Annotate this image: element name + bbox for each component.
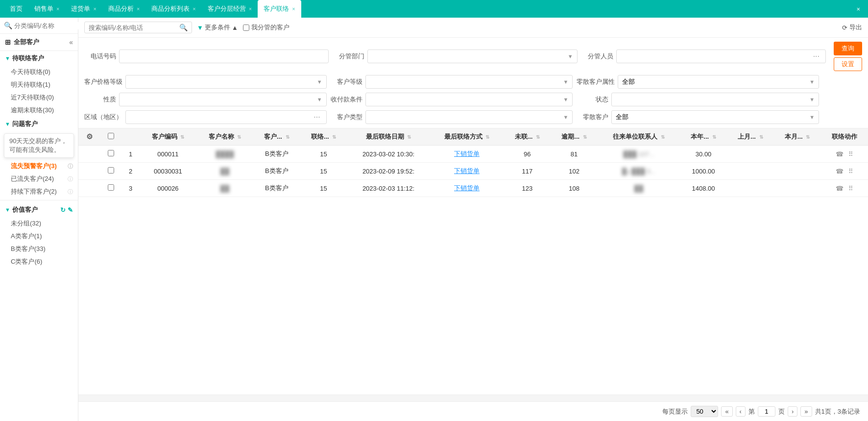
- col-last-month[interactable]: 上月... ⇅: [727, 128, 774, 146]
- my-customers-checkbox-label[interactable]: 我分管的客户: [243, 23, 289, 32]
- nature-select[interactable]: ▼: [119, 93, 327, 106]
- search-submit-icon[interactable]: 🔍: [179, 24, 188, 31]
- row-index: 2: [121, 163, 139, 180]
- col-unit-contact-sort: ⇅: [661, 134, 665, 140]
- group-pending-contact[interactable]: ▼ 待联络客户: [0, 51, 78, 66]
- manager-dots[interactable]: ···: [811, 52, 821, 61]
- last-contact-way-link[interactable]: 下销货单: [454, 167, 480, 174]
- region-dots[interactable]: ···: [312, 113, 322, 122]
- my-customers-checkbox[interactable]: [243, 25, 249, 31]
- row-last-contact-way[interactable]: 下销货单: [430, 146, 504, 163]
- dept-select[interactable]: ▼: [367, 50, 577, 63]
- filter-retail-attr: 零散客户属性 全部 ▼: [577, 75, 819, 89]
- sidebar-item-7days[interactable]: 近7天待联络(0): [0, 91, 78, 104]
- settings-button[interactable]: 设置: [834, 57, 862, 71]
- col-name[interactable]: 客户名称 ⇅: [196, 128, 253, 146]
- row-unit-contact: █y ███ 3...: [598, 163, 680, 180]
- first-page-button[interactable]: «: [721, 406, 732, 417]
- region-select[interactable]: ···: [125, 110, 327, 124]
- payment-select[interactable]: ▼: [365, 93, 573, 106]
- action-contact-icon[interactable]: ☎: [836, 185, 844, 192]
- action-more-icon[interactable]: ⠿: [848, 150, 853, 158]
- row-last-contact-way[interactable]: 下销货单: [430, 180, 504, 197]
- action-more-icon[interactable]: ⠿: [848, 168, 853, 175]
- row-checkbox[interactable]: [108, 167, 114, 173]
- col-code[interactable]: 客户编码 ⇅: [140, 128, 196, 146]
- sidebar-item-ungrouped[interactable]: 未分组(32): [0, 217, 78, 230]
- search-input[interactable]: [89, 24, 179, 31]
- group-problem-customers[interactable]: ▼ 问题客户: [0, 117, 78, 131]
- col-contact[interactable]: 联络... ⇅: [300, 128, 347, 146]
- col-this-year[interactable]: 本年... ⇅: [680, 128, 727, 146]
- tab-purchase[interactable]: 进货单 ×: [65, 0, 102, 18]
- sidebar-item-declining[interactable]: 持续下滑客户(2) ⓘ: [0, 185, 78, 198]
- edit-icon[interactable]: ✎: [68, 206, 73, 214]
- tab-analysis-close[interactable]: ×: [137, 6, 140, 12]
- sidebar-item-overdue[interactable]: 逾期未联络(30): [0, 104, 78, 117]
- horizontal-scrollbar[interactable]: [78, 395, 868, 401]
- tab-analysis-list[interactable]: 商品分析列表 ×: [145, 0, 201, 18]
- tab-analysis-list-close[interactable]: ×: [193, 6, 195, 12]
- tab-customer-segment[interactable]: 客户分层经营 ×: [202, 0, 258, 18]
- customer-type-select[interactable]: ▼: [365, 110, 573, 124]
- grid-icon: ⊞: [5, 38, 11, 46]
- col-overdue[interactable]: 逾期... ⇅: [551, 128, 598, 146]
- prev-page-button[interactable]: ‹: [736, 406, 746, 417]
- last-page-button[interactable]: »: [800, 406, 812, 417]
- table-row: 3 000026 ██ B类客户 15 2023-02-03 11:12: 下销…: [78, 180, 868, 197]
- tab-customer-contact-close[interactable]: ×: [292, 6, 295, 12]
- sidebar-item-churn-warning[interactable]: 流失预警客户(3) ⓘ: [0, 160, 78, 173]
- price-level-select[interactable]: ▼: [125, 75, 327, 89]
- next-page-button[interactable]: ›: [788, 406, 797, 417]
- tab-customer-segment-close[interactable]: ×: [249, 6, 252, 12]
- sidebar-item-class-a[interactable]: A类客户(1): [0, 230, 78, 243]
- phone-input[interactable]: [119, 50, 329, 63]
- col-uncontacted[interactable]: 未联... ⇅: [504, 128, 551, 146]
- group-value-customers[interactable]: ▼ 价值客户 ↻ ✎: [0, 202, 78, 217]
- last-contact-way-link[interactable]: 下销货单: [454, 150, 480, 157]
- tab-purchase-close[interactable]: ×: [93, 6, 96, 12]
- tab-customer-contact[interactable]: 客户联络 ×: [258, 0, 301, 18]
- tab-sales[interactable]: 销售单 ×: [28, 0, 65, 18]
- col-type-sort: ⇅: [286, 134, 289, 140]
- sidebar-item-tomorrow[interactable]: 明天待联络(1): [0, 78, 78, 91]
- sidebar-item-class-c[interactable]: C类客户(6): [0, 255, 78, 268]
- sidebar-item-today[interactable]: 今天待联络(0): [0, 66, 78, 78]
- page-number-input[interactable]: [758, 406, 775, 417]
- export-button[interactable]: ⟳ 导出: [842, 23, 862, 32]
- sidebar-item-churned[interactable]: 已流失客户(24) ⓘ: [0, 173, 78, 185]
- settings-col-icon[interactable]: ⚙: [86, 132, 93, 141]
- customer-level-select[interactable]: ▼: [365, 75, 573, 89]
- sidebar-item-class-b[interactable]: B类客户(33): [0, 243, 78, 255]
- per-page-select[interactable]: 50 20 100: [691, 406, 718, 417]
- tab-sales-close[interactable]: ×: [56, 6, 59, 12]
- col-type[interactable]: 客户... ⇅: [253, 128, 300, 146]
- col-settings[interactable]: ⚙: [78, 128, 100, 146]
- manager-select[interactable]: ···: [616, 50, 826, 63]
- tab-analysis[interactable]: 商品分析 ×: [102, 0, 145, 18]
- col-last-contact-date[interactable]: 最后联络日期 ⇅: [347, 128, 430, 146]
- action-contact-icon[interactable]: ☎: [836, 168, 844, 175]
- last-contact-way-link[interactable]: 下销货单: [454, 184, 480, 192]
- action-contact-icon[interactable]: ☎: [836, 150, 844, 158]
- select-all-checkbox[interactable]: [108, 133, 114, 139]
- pagination: 每页显示 50 20 100 « ‹ 第 页 › » 共1页，3条记录: [78, 401, 868, 421]
- query-button[interactable]: 查询: [834, 42, 862, 55]
- col-unit-contact[interactable]: 往来单位联系人 ⇅: [598, 128, 680, 146]
- col-last-contact-way[interactable]: 最后联络方式 ⇅: [430, 128, 504, 146]
- tab-home[interactable]: 首页: [4, 0, 28, 18]
- row-checkbox[interactable]: [108, 184, 114, 191]
- close-all-button[interactable]: ×: [852, 4, 864, 13]
- more-filters-button[interactable]: ▼ 更多条件 ▲: [197, 23, 238, 32]
- sidebar-all-customers[interactable]: ⊞ 全部客户 «: [0, 34, 78, 51]
- refresh-icon[interactable]: ↻: [60, 206, 66, 214]
- retail-attr-select[interactable]: 全部 ▼: [618, 75, 819, 89]
- row-last-contact-way[interactable]: 下销货单: [430, 163, 504, 180]
- retail-customer-select[interactable]: 全部 ▼: [611, 110, 819, 124]
- col-this-month[interactable]: 本月... ⇅: [774, 128, 821, 146]
- dept-select-arrow: ▼: [568, 53, 573, 59]
- col-last-month-sort: ⇅: [759, 134, 763, 140]
- action-more-icon[interactable]: ⠿: [848, 185, 853, 192]
- row-checkbox[interactable]: [108, 150, 114, 156]
- status-select[interactable]: ▼: [611, 93, 819, 106]
